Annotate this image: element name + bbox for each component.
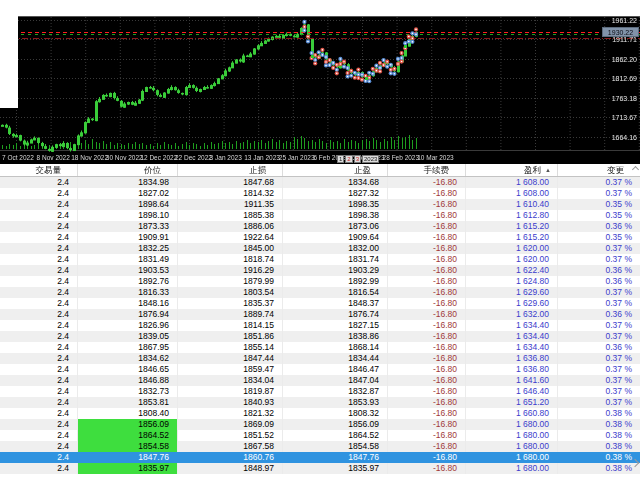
table-row[interactable]: 2.41827.021814.321827.32-16.801 608.000.…: [0, 188, 640, 199]
table-row[interactable]: 2.41867.951855.141868.14-16.801 634.400.…: [0, 342, 640, 353]
cell-tp: 1892.99: [283, 276, 388, 287]
cell-comm: -16.80: [388, 276, 466, 287]
cell-profit: 1 629.60: [466, 287, 558, 298]
scroll-up-icon[interactable]: [632, 166, 639, 173]
cell-tp: 1832.87: [283, 386, 388, 397]
cell-v: 2.4: [0, 397, 78, 408]
cell-profit: 1 646.40: [466, 386, 558, 397]
chart-object-tags[interactable]: 1232023: [337, 155, 379, 163]
column-header[interactable]: 盈利▲: [466, 164, 558, 176]
cell-tp: 1831.74: [283, 254, 388, 265]
cell-sl: 1803.54: [178, 287, 283, 298]
sort-asc-icon[interactable]: ▲: [545, 164, 551, 177]
cell-change: 0.37 %: [558, 320, 640, 331]
table-row[interactable]: 2.41846.881834.041847.04-16.801 641.600.…: [0, 375, 640, 386]
column-header[interactable]: 交易量: [0, 164, 78, 176]
table-row[interactable]: 2.41909.911922.641909.64-16.801 615.200.…: [0, 232, 640, 243]
table-row[interactable]: 2.41846.651859.471846.47-16.801 636.800.…: [0, 364, 640, 375]
column-header[interactable]: 价位: [78, 164, 178, 176]
column-header[interactable]: 变更: [558, 164, 640, 176]
table-row[interactable]: 2.41873.331886.061873.06-16.801 615.200.…: [0, 221, 640, 232]
cell-comm: -16.80: [388, 441, 466, 452]
table-row[interactable]: 2.41864.521851.521864.52-16.801 680.000.…: [0, 430, 640, 441]
chart-tag[interactable]: 1: [337, 155, 344, 163]
cell-change: 0.38 %: [558, 408, 640, 419]
cell-comm: -16.80: [388, 221, 466, 232]
date-axis-label: 8 Nov 2022: [37, 153, 70, 162]
cell-profit: 1 641.60: [466, 375, 558, 386]
cell-change: 0.36 %: [558, 276, 640, 287]
table-row[interactable]: 2.41892.761879.991892.99-16.801 624.800.…: [0, 276, 640, 287]
table-row[interactable]: 2.41816.331803.541816.54-16.801 629.600.…: [0, 287, 640, 298]
table-row[interactable]: 2.41835.971848.971835.97-16.801 680.000.…: [0, 463, 640, 474]
cell-price: 1898.10: [78, 210, 178, 221]
cell-comm: -16.80: [388, 232, 466, 243]
cell-v: 2.4: [0, 188, 78, 199]
cell-sl: 1867.58: [178, 441, 283, 452]
column-header[interactable]: 止损: [178, 164, 283, 176]
cell-price: 1835.97: [78, 463, 178, 474]
cell-v: 2.4: [0, 309, 78, 320]
table-row[interactable]: 2.41834.621847.441834.44-16.801 636.800.…: [0, 353, 640, 364]
chart-tag[interactable]: 2: [345, 155, 352, 163]
table-row[interactable]: 2.41831.491818.741831.74-16.801 620.000.…: [0, 254, 640, 265]
table-row[interactable]: 2.41876.941889.741876.74-16.801 632.000.…: [0, 309, 640, 320]
table-row[interactable]: 2.41847.761860.761847.76-16.801 680.000.…: [0, 452, 640, 463]
table-row[interactable]: 2.41832.251845.001832.00-16.801 620.000.…: [0, 243, 640, 254]
cell-v: 2.4: [0, 177, 78, 188]
table-row[interactable]: 2.41848.161835.371848.37-16.801 629.600.…: [0, 298, 640, 309]
cell-price: 1834.98: [78, 177, 178, 188]
table-row[interactable]: 2.41808.401821.321808.32-16.801 660.800.…: [0, 408, 640, 419]
column-header[interactable]: 止盈: [283, 164, 388, 176]
cell-v: 2.4: [0, 353, 78, 364]
table-row[interactable]: 2.41903.531916.291903.29-16.801 622.400.…: [0, 265, 640, 276]
cell-change: 0.35 %: [558, 210, 640, 221]
cell-v: 2.4: [0, 265, 78, 276]
table-row[interactable]: 2.41853.811840.931853.93-16.801 651.200.…: [0, 397, 640, 408]
cell-v: 2.4: [0, 320, 78, 331]
price-axis-label: 1713.67: [612, 113, 637, 122]
cell-price: 1831.49: [78, 254, 178, 265]
table-row[interactable]: 2.41856.091869.091856.09-16.801 680.000.…: [0, 419, 640, 430]
cell-sl: 1886.06: [178, 221, 283, 232]
table-row[interactable]: 2.41834.981847.681834.68-16.801 608.000.…: [0, 177, 640, 188]
cell-tp: 1827.32: [283, 188, 388, 199]
cell-tp: 1868.14: [283, 342, 388, 353]
table-row[interactable]: 2.41898.641911.351898.35-16.801 610.400.…: [0, 199, 640, 210]
table-row[interactable]: 2.41854.581867.581854.58-16.801 680.000.…: [0, 441, 640, 452]
date-axis-label: 30 Nov 2022: [106, 153, 143, 162]
cell-sl: 1885.38: [178, 210, 283, 221]
cell-tp: 1834.68: [283, 177, 388, 188]
cell-profit: 1 615.20: [466, 221, 558, 232]
price-chart-canvas[interactable]: [0, 16, 640, 164]
cell-price: 1847.76: [78, 452, 178, 463]
cell-comm: -16.80: [388, 210, 466, 221]
table-row[interactable]: 2.41832.731819.871832.87-16.801 646.400.…: [0, 386, 640, 397]
cell-sl: 1869.09: [178, 419, 283, 430]
cell-tp: 1835.97: [283, 463, 388, 474]
table-row[interactable]: 2.41898.101885.381898.38-16.801 612.800.…: [0, 210, 640, 221]
table-row[interactable]: 2.41839.051851.861838.86-16.801 634.400.…: [0, 331, 640, 342]
table-row[interactable]: 2.41826.961814.151827.15-16.801 634.400.…: [0, 320, 640, 331]
cell-tp: 1846.47: [283, 364, 388, 375]
cell-price: 1839.05: [78, 331, 178, 342]
chart-tag[interactable]: 2023: [362, 155, 379, 163]
chart-tag[interactable]: 3: [354, 155, 361, 163]
cell-profit: 1 680.00: [466, 419, 558, 430]
price-axis-label: 1664.16: [612, 133, 637, 142]
cell-profit: 1 608.00: [466, 177, 558, 188]
cell-price: 1892.76: [78, 276, 178, 287]
cell-change: 0.37 %: [558, 364, 640, 375]
column-header[interactable]: 手续费: [388, 164, 466, 176]
date-axis-label: 25 Jan 2023: [279, 153, 315, 162]
cell-sl: 1859.47: [178, 364, 283, 375]
cell-price: 1846.88: [78, 375, 178, 386]
cell-v: 2.4: [0, 254, 78, 265]
cell-v: 2.4: [0, 430, 78, 441]
cell-comm: -16.80: [388, 265, 466, 276]
date-axis-label: 13 Jan 2023: [244, 153, 280, 162]
results-table: 交易量价位止损止盈手续费盈利▲变更 2.41834.981847.681834.…: [0, 164, 640, 480]
cell-v: 2.4: [0, 298, 78, 309]
cell-sl: 1840.93: [178, 397, 283, 408]
cell-v: 2.4: [0, 210, 78, 221]
